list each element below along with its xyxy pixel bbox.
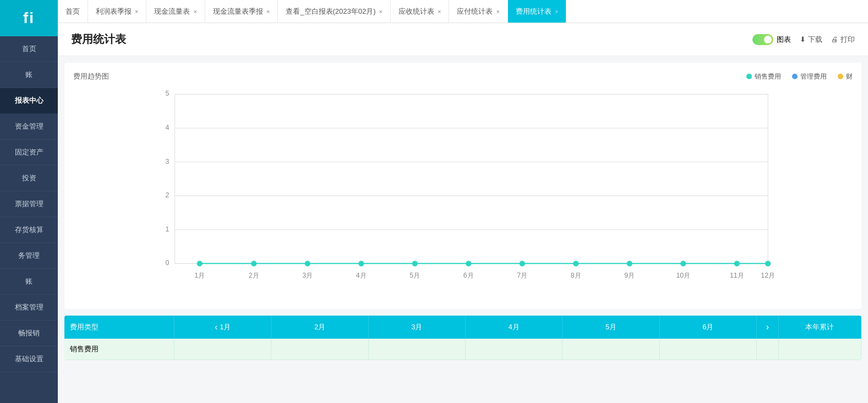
sidebar-item-fixed-assets[interactable]: 固定资产 — [0, 140, 58, 165]
svg-text:2: 2 — [165, 191, 169, 199]
chart-svg: 0 1 2 3 4 5 — [73, 86, 853, 300]
svg-point-21 — [627, 261, 632, 266]
sidebar-items: 首页 账 报表中心 资金管理 固定资产 投资 票据管理 存货核算 务管理 账 档… — [0, 36, 58, 403]
th-m4: 4月 — [466, 316, 563, 339]
svg-point-20 — [573, 261, 578, 266]
svg-text:5月: 5月 — [410, 272, 420, 279]
svg-point-15 — [305, 261, 310, 266]
sidebar-item-home[interactable]: 首页 — [0, 36, 58, 62]
tab-close-receivable-stats[interactable]: × — [438, 8, 441, 15]
td-nav-spacer — [757, 339, 779, 360]
tab-home[interactable]: 首页 — [58, 0, 88, 23]
sidebar-item-fund-management[interactable]: 资金管理 — [0, 114, 58, 140]
tab-close-profit-quarterly[interactable]: × — [135, 8, 138, 15]
tab-bar: 首页 利润表季报 × 现金流量表 × 现金流量表季报 × 查看_空白报表(202… — [58, 0, 868, 23]
svg-text:0: 0 — [165, 259, 169, 267]
td-m3 — [369, 339, 466, 360]
tab-payable-stats[interactable]: 应付统计表 × — [449, 0, 507, 23]
svg-text:11月: 11月 — [730, 272, 744, 279]
prev-arrow-icon[interactable]: ‹ — [215, 322, 217, 332]
legend-admin-expense: 管理费用 — [792, 72, 827, 81]
legend-sales-expense: 销售费用 — [746, 72, 781, 81]
legend-dot-sales — [746, 74, 752, 79]
svg-text:3: 3 — [165, 158, 169, 165]
sidebar-item-inventory[interactable]: 存货核算 — [0, 217, 58, 243]
chart-toggle[interactable] — [752, 34, 773, 45]
legend-finance-expense: 财 — [838, 72, 853, 81]
th-m3: 3月 — [369, 316, 466, 339]
svg-point-13 — [197, 261, 203, 266]
chart-section: 费用趋势图 销售费用 管理费用 财 — [64, 63, 861, 309]
sidebar: fi 首页 账 报表中心 资金管理 固定资产 投资 票据管理 存货核算 务管理 … — [0, 0, 58, 403]
svg-text:10月: 10月 — [676, 272, 690, 279]
sidebar-item-report-center[interactable]: 报表中心 — [0, 88, 58, 114]
svg-rect-12 — [175, 94, 768, 263]
svg-point-22 — [680, 261, 686, 266]
td-m4 — [466, 339, 563, 360]
td-m2 — [271, 339, 368, 360]
download-icon: ⬇ — [800, 35, 806, 43]
legend-label-admin: 管理费用 — [800, 72, 827, 81]
th-m5: 5月 — [563, 316, 659, 339]
chart-title: 费用趋势图 — [73, 71, 109, 81]
svg-point-24 — [765, 261, 771, 266]
svg-point-18 — [466, 261, 471, 266]
tab-cashflow-quarterly[interactable]: 现金流量表季报 × — [205, 0, 278, 23]
download-button[interactable]: ⬇ 下载 — [800, 35, 822, 45]
tab-receivable-stats[interactable]: 应收统计表 × — [391, 0, 449, 23]
svg-text:6月: 6月 — [463, 272, 474, 279]
main-area: 首页 利润表季报 × 现金流量表 × 现金流量表季报 × 查看_空白报表(202… — [58, 0, 868, 403]
svg-point-14 — [251, 261, 256, 266]
svg-point-16 — [358, 261, 364, 266]
table-header-row: 费用类型 ‹ 1月 2月 3月 4月 5月 — [64, 316, 861, 339]
sidebar-item-file-management[interactable]: 档案管理 — [0, 295, 58, 321]
svg-point-19 — [520, 261, 525, 266]
chart-header: 费用趋势图 销售费用 管理费用 财 — [73, 71, 853, 81]
sidebar-item-investment[interactable]: 投资 — [0, 165, 58, 191]
print-button[interactable]: 🖨 打印 — [831, 35, 855, 45]
td-m6 — [660, 339, 757, 360]
th-next-arrow[interactable]: › — [757, 316, 779, 339]
sidebar-item-service-management[interactable]: 务管理 — [0, 243, 58, 269]
tab-cashflow[interactable]: 现金流量表 × — [146, 0, 205, 23]
sidebar-item-ledger[interactable]: 账 — [0, 62, 58, 88]
tab-expense-stats[interactable]: 费用统计表 × — [508, 0, 566, 23]
table-row: 销售费用 — [64, 339, 861, 360]
tab-profit-quarterly[interactable]: 利润表季报 × — [88, 0, 146, 23]
th-ytd: 本年累计 — [779, 316, 861, 339]
page-header: 费用统计表 图表 ⬇ 下载 🖨 打印 — [58, 23, 868, 56]
svg-point-23 — [734, 261, 740, 266]
print-label: 打印 — [840, 35, 855, 45]
sidebar-item-ticket-management[interactable]: 票据管理 — [0, 191, 58, 217]
legend-dot-finance — [838, 74, 843, 79]
tab-close-expense-stats[interactable]: × — [555, 8, 558, 15]
page-actions: 图表 ⬇ 下载 🖨 打印 — [752, 34, 855, 45]
svg-text:1月: 1月 — [194, 272, 205, 279]
td-ytd — [779, 339, 861, 360]
sidebar-item-sales[interactable]: 畅报销 — [0, 321, 58, 346]
th-m2: 2月 — [271, 316, 368, 339]
svg-text:5: 5 — [165, 90, 169, 97]
chart-legend: 销售费用 管理费用 财 — [746, 72, 853, 81]
svg-point-17 — [412, 261, 418, 266]
td-m1 — [174, 339, 271, 360]
th-prev-arrow[interactable]: ‹ 1月 — [174, 316, 271, 339]
th-expense-type: 费用类型 — [64, 316, 174, 339]
tab-close-payable-stats[interactable]: × — [496, 8, 499, 15]
svg-text:8月: 8月 — [571, 272, 581, 279]
tab-close-cashflow[interactable]: × — [193, 8, 196, 15]
tab-blank-report[interactable]: 查看_空白报表(2023年02月) × — [278, 0, 391, 23]
sidebar-item-settings[interactable]: 基础设置 — [0, 346, 58, 372]
tab-close-cashflow-quarterly[interactable]: × — [266, 8, 270, 15]
legend-label-sales: 销售费用 — [755, 72, 781, 81]
td-m5 — [563, 339, 659, 360]
svg-text:7月: 7月 — [517, 272, 527, 279]
svg-text:4: 4 — [165, 124, 169, 131]
tab-close-blank-report[interactable]: × — [379, 8, 383, 15]
td-expense-type: 销售费用 — [64, 339, 174, 360]
sidebar-item-account[interactable]: 账 — [0, 269, 58, 295]
chart-toggle-container: 图表 — [752, 34, 791, 45]
print-icon: 🖨 — [831, 35, 838, 43]
next-arrow-icon[interactable]: › — [766, 322, 769, 332]
sidebar-logo: fi — [0, 0, 58, 36]
